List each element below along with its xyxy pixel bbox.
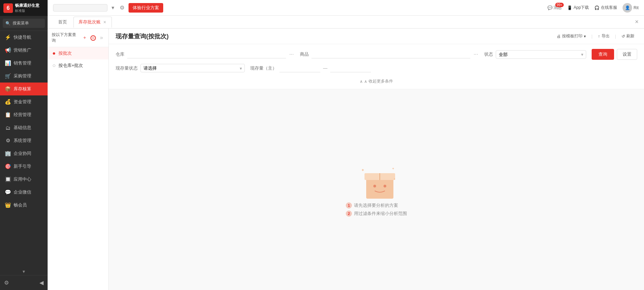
search-icon: 🔍 <box>5 21 11 26</box>
collapse-more-label: 收起更多条件 <box>369 78 393 84</box>
product-more-icon: ··· <box>474 51 478 57</box>
avatar-placeholder: 👤 <box>625 5 630 10</box>
stock-status-select[interactable]: 请选择 <box>140 64 245 72</box>
app-logo: 6 <box>3 3 13 13</box>
status-select[interactable]: 全部 <box>496 50 586 59</box>
user-profile-action[interactable]: 👤 Rit <box>623 3 639 13</box>
warehouse-input[interactable] <box>127 50 286 58</box>
topbar-search-input[interactable] <box>56 5 90 10</box>
sidebar-header: 6 畅康通好生意 标准版 <box>0 0 48 16</box>
settings-icon: ⚙ <box>4 280 9 286</box>
sidebar-item-operations[interactable]: 📋 经营管理 <box>0 108 48 121</box>
sidebar-collapse-button[interactable]: ◀ <box>38 278 45 287</box>
settings-button[interactable]: 设置 <box>617 49 637 60</box>
refresh-button[interactable]: ↺ 刷新 <box>619 32 637 40</box>
sidebar-footer: ⚙ ◀ <box>0 275 48 290</box>
export-icon: ↑ <box>598 34 600 39</box>
sidebar-item-newguide[interactable]: 🎯 新手引导 <box>0 160 48 173</box>
print-label: 按模板打印 <box>562 33 582 39</box>
sidebar-item-wechat[interactable]: 💬 企业微信 <box>0 186 48 199</box>
empty-state: ✦ ✦ ✦ 1 请先选择要分析的方案 2 用过滤条件来缩小分析范围 <box>109 89 644 290</box>
topbar-settings-btn[interactable]: ⚙ <box>118 4 126 12</box>
right-content: 现存量查询(按批次) 🖨 按模板打印 ▾ | ↑ 导出 | ↺ <box>109 29 644 290</box>
sidebar-settings-button[interactable]: ⚙ <box>3 278 10 287</box>
sidebar-item-appcenter[interactable]: 🔲 应用中心 <box>0 173 48 186</box>
sidebar-item-label: 系统管理 <box>14 138 31 144</box>
sidebar-item-label: 应用中心 <box>14 176 31 182</box>
sidebar-item-inventory[interactable]: 📦 库存核算 <box>0 83 48 95</box>
company-name: 畅康通好生意 <box>15 3 39 8</box>
query-button[interactable]: 查询 <box>592 49 614 60</box>
product-input[interactable] <box>311 50 470 58</box>
empty-svg: ✦ ✦ ✦ <box>359 163 400 200</box>
svg-point-4 <box>384 185 386 187</box>
sidebar-scroll-down[interactable]: ▼ <box>0 268 48 275</box>
sidebar-item-label: 基础信息 <box>14 125 31 131</box>
sidebar-item-marketing[interactable]: 📢 营销推广 <box>0 44 48 57</box>
refresh-icon: ↺ <box>622 34 625 39</box>
scheme-item-by-batch[interactable]: ● 按批次 <box>48 47 108 59</box>
sidebar-item-finance[interactable]: 💰 资金管理 <box>0 95 48 108</box>
app-download-label: App下载 <box>574 5 589 11</box>
member-icon: 👑 <box>5 202 11 208</box>
add-scheme-button[interactable]: ＋ <box>82 34 88 41</box>
tab-inventory-batch[interactable]: 库存批次账 × <box>73 17 112 28</box>
empty-hint-2: 2 用过滤条件来缩小分析范围 <box>346 211 407 217</box>
stock-qty-max-input[interactable] <box>330 64 371 72</box>
system-icon: ⚙ <box>5 138 11 144</box>
scheme-item-label: 按仓库+批次 <box>58 62 83 69</box>
app-download-action[interactable]: 📱 App下载 <box>567 5 589 11</box>
print-template-button[interactable]: 🖨 按模板打印 ▾ <box>554 32 589 40</box>
sidebar-item-quicknav[interactable]: ⚡ 快捷导航 <box>0 31 48 44</box>
enterprise-icon: 🏢 <box>5 150 11 157</box>
inactive-scheme-icon: ○ <box>52 62 56 69</box>
tab-home[interactable]: 首页 <box>53 17 72 27</box>
stock-qty-dash: — <box>323 66 327 71</box>
sidebar-item-sales[interactable]: 📊 销售管理 <box>0 57 48 70</box>
sidebar-item-label: 畅会员 <box>14 202 27 208</box>
messages-action[interactable]: 💬 消息 99+ <box>547 5 562 11</box>
online-service-action[interactable]: 🎧 在线客服 <box>594 5 617 11</box>
tab-close-main-button[interactable]: × <box>635 18 639 25</box>
sidebar-item-label: 新手引导 <box>14 163 31 169</box>
add-icon: ＋ <box>82 35 87 40</box>
panel-collapse-button[interactable]: » <box>99 35 104 41</box>
page-title: 现存量查询(按批次) <box>116 32 169 40</box>
sidebar-item-label: 资金管理 <box>14 99 31 105</box>
search-menu-button[interactable]: 🔍 搜索菜单 <box>3 19 45 28</box>
sidebar-item-system[interactable]: ⚙ 系统管理 <box>0 134 48 147</box>
product-label: 商品 <box>300 51 309 57</box>
warehouse-more-icon: ··· <box>289 51 294 57</box>
warehouse-filter: 仓库 ··· <box>116 50 294 58</box>
experience-industry-button[interactable]: 体验行业方案 <box>129 3 163 13</box>
scheme-settings-button[interactable]: ⊙ <box>90 34 97 41</box>
username-display: Rit <box>633 5 639 10</box>
marketing-icon: 📢 <box>5 47 11 53</box>
scheme-item-by-warehouse-batch[interactable]: ○ 按仓库+批次 <box>48 59 108 72</box>
stock-qty-min-input[interactable] <box>279 64 320 72</box>
print-icon: 🖨 <box>557 34 561 39</box>
refresh-label: 刷新 <box>626 33 634 39</box>
export-button[interactable]: ↑ 导出 <box>595 32 612 40</box>
svg-text:✦: ✦ <box>393 178 396 181</box>
finance-icon: 💰 <box>5 99 11 105</box>
phone-icon: 📱 <box>567 5 572 10</box>
wechat-icon: 💬 <box>5 189 11 195</box>
empty-hints: 1 请先选择要分析的方案 2 用过滤条件来缩小分析范围 <box>346 202 407 217</box>
app-version: 标准版 <box>15 8 39 13</box>
sidebar-item-purchase[interactable]: 🛒 采购管理 <box>0 70 48 83</box>
topbar-dropdown-btn[interactable]: ▾ <box>110 4 116 12</box>
message-icon: 💬 <box>547 5 553 10</box>
settings-circle-icon: ⊙ <box>90 35 96 41</box>
collapse-more-button[interactable]: ∧ ∧ 收起更多条件 <box>116 76 637 84</box>
tab-close-button[interactable]: × <box>103 20 107 24</box>
product-more-button[interactable]: ··· <box>473 51 479 58</box>
warehouse-more-button[interactable]: ··· <box>289 51 294 58</box>
sidebar-item-label: 快捷导航 <box>14 34 31 40</box>
status-label: 状态 <box>484 51 493 57</box>
sidebar-item-enterprise[interactable]: 🏢 企业协同 <box>0 147 48 160</box>
sidebar-item-basic[interactable]: 🗂 基础信息 <box>0 121 48 134</box>
sidebar-item-member[interactable]: 👑 畅会员 <box>0 199 48 212</box>
collapse-icon: ◀ <box>39 280 44 286</box>
sidebar-item-label: 库存核算 <box>14 86 31 92</box>
